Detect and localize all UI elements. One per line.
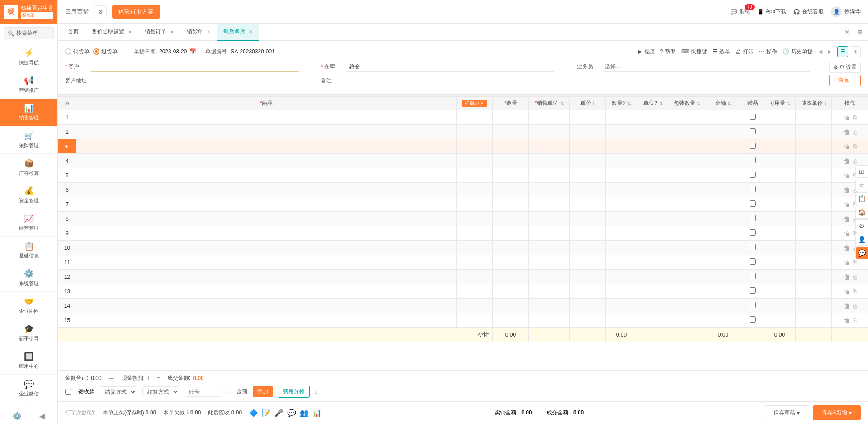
delete-row-icon-15[interactable]: 🗑 <box>844 317 850 324</box>
goods-cell-7[interactable] <box>76 197 457 212</box>
goods-input-13[interactable] <box>80 288 453 295</box>
delete-row-icon-3[interactable]: 🗑 <box>844 143 850 150</box>
unit2-cell-3[interactable] <box>637 139 669 154</box>
settings-icon[interactable]: ⚙️ <box>13 412 22 420</box>
available-cell-8[interactable] <box>764 212 796 226</box>
right-tool-4[interactable]: 🏠 <box>855 206 868 219</box>
list-view-button[interactable]: ☰ <box>837 46 848 57</box>
amount-cell-12[interactable] <box>705 270 741 284</box>
bank-more-icon[interactable]: ··· <box>226 389 231 395</box>
tab-close-order[interactable]: ✕ <box>170 29 174 34</box>
quantity-cell-15[interactable] <box>493 313 529 328</box>
package-qty-cell-15[interactable] <box>669 313 705 328</box>
gift-checkbox-5[interactable] <box>750 172 756 178</box>
qty2-cell-8[interactable] <box>606 212 637 226</box>
goods-input-9[interactable] <box>80 230 453 237</box>
save-draft-button[interactable]: 保存草稿 ▾ <box>764 405 809 420</box>
tab-sales-delivery[interactable]: 销货单 ✕ <box>180 24 217 41</box>
unit-price-cell-7[interactable] <box>570 197 606 212</box>
gift-cell-9[interactable] <box>741 226 764 241</box>
goods-input-1[interactable] <box>80 114 453 121</box>
available-cell-3[interactable] <box>764 139 796 154</box>
package-qty-cell-11[interactable] <box>669 255 705 270</box>
unit2-cell-14[interactable] <box>637 299 669 313</box>
gift-cell-10[interactable] <box>741 241 764 255</box>
copy-row-icon-1[interactable]: ⎘ <box>853 114 856 121</box>
payment-check-input[interactable] <box>65 389 71 395</box>
cost-price-cell-6[interactable] <box>796 183 832 197</box>
amount-cell-1[interactable] <box>705 110 741 125</box>
unit2-cell-7[interactable] <box>637 197 669 212</box>
sales-unit-cell-14[interactable] <box>529 299 570 313</box>
save-new-button[interactable]: 保存&新增 ▾ <box>813 405 861 420</box>
goods-cell-12[interactable] <box>76 270 457 284</box>
available-cell-7[interactable] <box>764 197 796 212</box>
unit2-cell-8[interactable] <box>637 212 669 226</box>
amount-cell-11[interactable] <box>705 255 741 270</box>
barcode-scan-button[interactable]: 扫码录入 <box>462 100 487 107</box>
topbar-settings-button[interactable]: ⚙ <box>94 5 107 18</box>
account-type-select[interactable]: 结算方式 <box>100 386 137 397</box>
amount-cell-4[interactable] <box>705 154 741 168</box>
gift-checkbox-3[interactable] <box>750 143 756 149</box>
delete-row-icon-14[interactable]: 🗑 <box>844 302 850 310</box>
collapse-icon[interactable]: ◀ <box>39 412 45 420</box>
sidebar-item-enterprise[interactable]: 🤝 企业协同 <box>0 292 57 319</box>
gift-checkbox-7[interactable] <box>750 200 756 207</box>
unit2-cell-6[interactable] <box>637 183 669 197</box>
account-method-select[interactable]: 结算方式 <box>142 386 179 397</box>
quantity-cell-7[interactable] <box>493 197 529 212</box>
sales-unit-cell-5[interactable] <box>529 168 570 183</box>
experience-button[interactable]: 体验行业方案 <box>112 5 160 19</box>
nav-prev-icon[interactable]: ◀ <box>818 48 822 55</box>
qty2-cell-14[interactable] <box>606 299 637 313</box>
radio-sales[interactable]: 销货单 <box>65 48 90 56</box>
gift-cell-8[interactable] <box>741 212 764 226</box>
unit2-cell-10[interactable] <box>637 241 669 255</box>
package-qty-cell-7[interactable] <box>669 197 705 212</box>
goods-input-3[interactable] <box>80 143 453 150</box>
sales-unit-cell-11[interactable] <box>529 255 570 270</box>
goods-input-8[interactable] <box>80 216 453 222</box>
sidebar-item-system[interactable]: ⚙️ 系统管理 <box>0 264 57 292</box>
gift-checkbox-10[interactable] <box>750 244 756 250</box>
copy-row-icon-2[interactable]: ⎘ <box>853 129 856 136</box>
delete-row-icon-10[interactable]: 🗑 <box>844 244 850 252</box>
add-row-button[interactable]: + <box>62 142 71 151</box>
cost-price-cell-11[interactable] <box>796 255 832 270</box>
cost-price-cell-2[interactable] <box>796 125 832 139</box>
quantity-cell-11[interactable] <box>493 255 529 270</box>
cost-price-cell-10[interactable] <box>796 241 832 255</box>
package-qty-cell-8[interactable] <box>669 212 705 226</box>
gift-checkbox-1[interactable] <box>750 114 756 120</box>
package-qty-cell-4[interactable] <box>669 154 705 168</box>
goods-input-10[interactable] <box>80 245 453 251</box>
available-cell-4[interactable] <box>764 154 796 168</box>
gift-cell-15[interactable] <box>741 313 764 328</box>
help-button[interactable]: ? 帮助 <box>660 48 676 56</box>
message-group[interactable]: 💬 消息 70 <box>731 8 750 15</box>
gift-cell-12[interactable] <box>741 270 764 284</box>
gift-checkbox-9[interactable] <box>750 229 756 236</box>
qty2-cell-9[interactable] <box>606 226 637 241</box>
available-cell-5[interactable] <box>764 168 796 183</box>
unit-price-cell-11[interactable] <box>570 255 606 270</box>
tab-close-return[interactable]: ✕ <box>249 29 252 34</box>
unit-price-cell-3[interactable] <box>570 139 606 154</box>
sales-unit-cell-13[interactable] <box>529 284 570 299</box>
qty2-cell-11[interactable] <box>606 255 637 270</box>
delete-row-icon-6[interactable]: 🗑 <box>844 186 850 194</box>
package-qty-cell-10[interactable] <box>669 241 705 255</box>
gift-cell-5[interactable] <box>741 168 764 183</box>
qty2-cell-2[interactable] <box>606 125 637 139</box>
delete-row-icon-9[interactable]: 🗑 <box>844 230 850 237</box>
settings-button[interactable]: ⚙ ⚙ 设置 <box>829 62 861 73</box>
quantity-cell-12[interactable] <box>493 270 529 284</box>
available-cell-11[interactable] <box>764 255 796 270</box>
sales-unit-cell-6[interactable] <box>529 183 570 197</box>
unit-price-cell-6[interactable] <box>570 183 606 197</box>
goods-input-14[interactable] <box>80 303 453 309</box>
unit-price-cell-4[interactable] <box>570 154 606 168</box>
package-qty-cell-1[interactable] <box>669 110 705 125</box>
col-settings-header[interactable]: ⚙ <box>58 97 76 110</box>
